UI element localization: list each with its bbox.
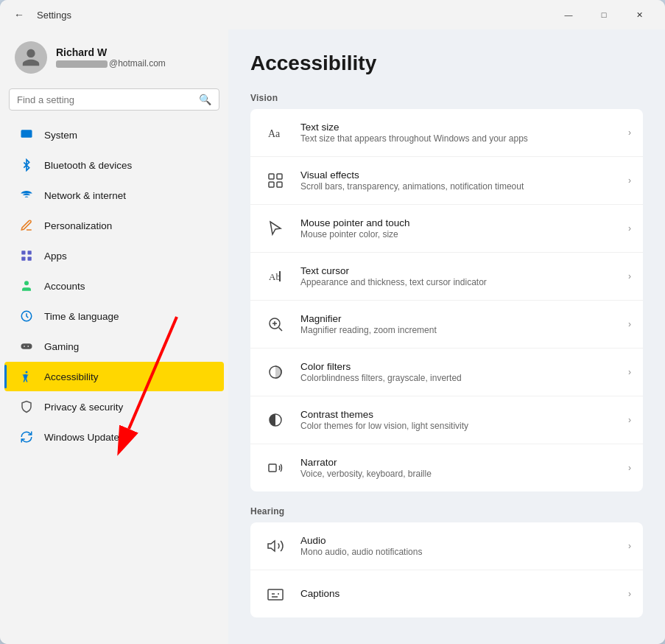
- sidebar-item-accounts-label: Accounts: [44, 281, 85, 292]
- user-name: Richard W: [56, 46, 166, 58]
- text-cursor-title: Text cursor: [300, 265, 616, 276]
- narrator-text: Narrator Voice, verbosity, keyboard, bra…: [300, 457, 616, 479]
- search-box[interactable]: 🔍: [9, 88, 219, 111]
- sidebar-item-privacy[interactable]: Privacy & security: [4, 392, 224, 421]
- color-filters-desc: Colorblindness filters, grayscale, inver…: [300, 373, 616, 383]
- hearing-section-label: Hearing: [250, 506, 643, 517]
- svg-rect-3: [21, 251, 25, 254]
- hearing-settings-group: Audio Mono audio, audio notifications › …: [250, 522, 643, 617]
- settings-item-magnifier[interactable]: Magnifier Magnifier reading, zoom increm…: [250, 301, 643, 349]
- sidebar: Richard W @hotmail.com 🔍 System: [0, 29, 228, 644]
- narrator-icon: [262, 455, 289, 481]
- title-bar-left: ← Settings: [9, 4, 552, 25]
- svg-rect-2: [21, 130, 32, 138]
- mouse-pointer-icon: [262, 215, 289, 242]
- text-size-text: Text size Text size that appears through…: [300, 122, 616, 144]
- settings-item-contrast-themes[interactable]: Contrast themes Color themes for low vis…: [250, 396, 643, 444]
- search-input[interactable]: [17, 94, 193, 105]
- svg-text:Ab: Ab: [269, 271, 281, 282]
- gaming-icon: [19, 339, 34, 354]
- sidebar-item-gaming[interactable]: Gaming: [4, 332, 224, 361]
- settings-item-color-filters[interactable]: Color filters Colorblindness filters, gr…: [250, 349, 643, 396]
- audio-text: Audio Mono audio, audio notifications: [300, 535, 616, 557]
- sidebar-item-update-label: Windows Update: [44, 432, 119, 443]
- avatar: [15, 41, 47, 74]
- contrast-themes-chevron: ›: [628, 415, 631, 425]
- settings-item-visual-effects[interactable]: Visual effects Scroll bars, transparency…: [250, 157, 643, 205]
- settings-window: ← Settings — □ ✕: [0, 0, 665, 644]
- title-bar: ← Settings — □ ✕: [0, 0, 665, 29]
- svg-rect-4: [28, 251, 32, 254]
- sidebar-item-apps-label: Apps: [44, 251, 67, 262]
- sidebar-item-network[interactable]: Network & internet: [4, 181, 224, 210]
- sidebar-item-accessibility[interactable]: Accessibility: [4, 362, 224, 391]
- magnifier-icon: [262, 311, 289, 337]
- settings-item-mouse-pointer[interactable]: Mouse pointer and touch Mouse pointer co…: [250, 205, 643, 253]
- close-button[interactable]: ✕: [622, 3, 656, 27]
- svg-rect-5: [21, 257, 25, 261]
- visual-effects-title: Visual effects: [300, 169, 616, 181]
- main-content: Accessibility Vision Aa Text size Text s…: [228, 29, 665, 644]
- svg-rect-15: [277, 182, 282, 187]
- color-filters-chevron: ›: [628, 367, 631, 377]
- sidebar-item-system-label: System: [44, 130, 77, 141]
- svg-rect-23: [268, 589, 283, 600]
- svg-rect-9: [21, 343, 32, 349]
- contrast-themes-desc: Color themes for low vision, light sensi…: [300, 421, 616, 431]
- sidebar-item-time[interactable]: Time & language: [4, 301, 224, 331]
- mouse-pointer-chevron: ›: [628, 223, 631, 234]
- accessibility-icon: [19, 369, 34, 384]
- svg-rect-13: [277, 174, 282, 179]
- captions-title: Captions: [300, 588, 616, 599]
- minimize-button[interactable]: —: [552, 3, 585, 27]
- audio-icon: [262, 533, 289, 559]
- vision-section-label: Vision: [250, 93, 643, 103]
- maximize-button[interactable]: □: [587, 3, 621, 27]
- text-cursor-chevron: ›: [628, 271, 631, 281]
- settings-item-audio[interactable]: Audio Mono audio, audio notifications ›: [250, 522, 643, 570]
- window-controls: — □ ✕: [552, 3, 656, 27]
- color-filters-icon: [262, 359, 289, 385]
- sidebar-item-time-label: Time & language: [44, 311, 119, 322]
- mouse-pointer-desc: Mouse pointer color, size: [300, 229, 616, 239]
- page-title: Accessibility: [250, 52, 643, 75]
- email-blur: [56, 60, 108, 68]
- sidebar-item-update[interactable]: Windows Update: [4, 422, 224, 452]
- narrator-desc: Voice, verbosity, keyboard, braille: [300, 469, 616, 479]
- search-icon: 🔍: [199, 94, 211, 105]
- magnifier-chevron: ›: [628, 319, 631, 329]
- visual-effects-chevron: ›: [628, 175, 631, 186]
- apps-icon: [19, 248, 34, 263]
- contrast-themes-text: Contrast themes Color themes for low vis…: [300, 409, 616, 431]
- visual-effects-text: Visual effects Scroll bars, transparency…: [300, 169, 616, 192]
- text-size-title: Text size: [300, 122, 616, 133]
- settings-item-captions[interactable]: Captions ›: [250, 570, 643, 617]
- settings-item-narrator[interactable]: Narrator Voice, verbosity, keyboard, bra…: [250, 444, 643, 491]
- text-size-icon: Aa: [262, 119, 289, 146]
- color-filters-title: Color filters: [300, 361, 616, 372]
- color-filters-text: Color filters Colorblindness filters, gr…: [300, 361, 616, 383]
- sidebar-item-bluetooth[interactable]: Bluetooth & devices: [4, 150, 224, 180]
- svg-marker-22: [268, 541, 275, 551]
- narrator-title: Narrator: [300, 457, 616, 468]
- svg-point-7: [24, 281, 29, 285]
- contrast-themes-icon: [262, 407, 289, 433]
- user-profile: Richard W @hotmail.com: [0, 29, 228, 88]
- back-button[interactable]: ←: [9, 4, 29, 25]
- text-size-desc: Text size that appears throughout Window…: [300, 133, 616, 144]
- sidebar-item-apps[interactable]: Apps: [4, 241, 224, 270]
- sidebar-item-accounts[interactable]: Accounts: [4, 271, 224, 301]
- sidebar-item-privacy-label: Privacy & security: [44, 402, 123, 413]
- settings-item-text-cursor[interactable]: Ab Text cursor Appearance and thickness,…: [250, 253, 643, 301]
- svg-rect-12: [269, 174, 274, 179]
- sidebar-item-network-label: Network & internet: [44, 190, 126, 201]
- sidebar-item-personalization[interactable]: Personalization: [4, 211, 224, 240]
- sidebar-item-accessibility-label: Accessibility: [44, 371, 99, 382]
- svg-rect-6: [28, 257, 32, 261]
- sidebar-item-system[interactable]: System: [4, 120, 224, 150]
- network-icon: [19, 188, 34, 203]
- settings-item-text-size[interactable]: Aa Text size Text size that appears thro…: [250, 109, 643, 157]
- contrast-themes-title: Contrast themes: [300, 409, 616, 420]
- system-icon: [19, 127, 34, 142]
- mouse-pointer-text: Mouse pointer and touch Mouse pointer co…: [300, 217, 616, 239]
